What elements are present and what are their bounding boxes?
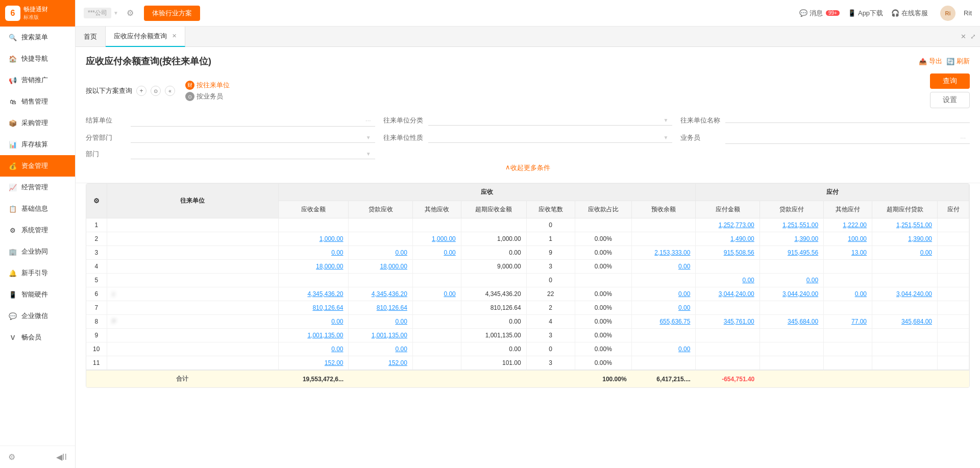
topbar-gear-icon[interactable]: ⚙ [127,8,134,18]
filter-settings-btn[interactable]: 设置 [930,92,970,108]
app-download-button[interactable]: 📱 App下载 [848,9,883,18]
footer-ar-amount[interactable]: 19,553,472,6... [278,370,349,387]
col-ar-count: 应收笔数 [526,201,575,218]
sidebar-item-sales[interactable]: 🛍 销售管理 [0,91,75,112]
scheme-by-partner[interactable]: 财 按往来单位 [185,81,230,90]
partner-category-label: 往来单位分类 [383,116,424,125]
sidebar-item-system[interactable]: ⚙ 系统管理 [0,219,75,241]
sidebar-item-label: 新手引导 [21,268,48,278]
sidebar-bottom: ⚙ ◀II [0,446,75,468]
filter-settings-button[interactable]: ⊙ [151,86,161,96]
message-button[interactable]: 💬 消息 99+ [799,9,840,18]
page-actions: 📤 导出 🔄 刷新 [919,57,970,66]
row-partner [107,356,278,371]
enterprise-icon: 🏢 [8,247,17,256]
row-partner [107,301,278,315]
online-service-button[interactable]: 🎧 在线客服 [891,9,928,18]
row-no: 11 [86,356,107,371]
settlement-unit-input[interactable]: ··· [131,114,375,127]
refresh-button[interactable]: 🔄 刷新 [946,57,970,66]
query-button[interactable]: 查询 [930,73,970,89]
filter-rows: 结算单位 ··· 往来单位分类 ▼ 往来单位名称 [86,114,970,159]
scheme-by-salesperson[interactable]: ⊙ 按业务员 [185,92,230,101]
footer-label: 合计 [86,370,278,387]
sidebar-item-label: 资金管理 [21,161,48,170]
table-settings-icon[interactable]: ⚙ [93,197,100,205]
branch-dept-input[interactable]: ▼ [131,133,375,143]
sidebar-item-wechat[interactable]: 💬 企业微信 [0,305,75,327]
hardware-icon: 📱 [8,290,17,299]
filter-partner-category: 往来单位分类 ▼ [383,115,673,126]
table-row: 9 1,001,135.00 1,001,135.00 1,001,135.00… [86,329,969,342]
salesperson-input[interactable]: ··· [725,132,970,144]
sidebar-item-member[interactable]: V 畅会员 [0,327,75,348]
filter-row-1: 结算单位 ··· 往来单位分类 ▼ 往来单位名称 [86,114,970,127]
table-row: 8 P 0.00 0.00 0.00 4 0.00% 655,636.75 34… [86,315,969,329]
col-settings[interactable]: ⚙ [86,184,107,218]
tab-receivable[interactable]: 应收应付余额查询 ✕ [106,27,185,47]
col-ap-other: 其他应付 [824,201,872,218]
partner-name-input[interactable] [725,118,970,123]
table-wrap[interactable]: ⚙ 往来单位 应收 应付 应收金额 贷款应收 其他应收 超期应收金额 应收笔数 [86,183,970,388]
partner-nature-input[interactable]: ▼ [428,133,673,143]
sidebar-item-inventory[interactable]: 📊 库存核算 [0,134,75,155]
row-no: 2 [86,232,107,246]
col-ap-amount: 应付金额 [696,201,760,218]
tab-home[interactable]: 首页 [76,27,106,47]
sidebar-logo: 6 畅捷通财 标准版 [0,0,75,27]
partner-category-input[interactable]: ▼ [428,115,673,126]
filter-collapse-button[interactable]: « [165,86,175,96]
window-close-icon[interactable]: ✕ [961,33,966,40]
chevron-down-icon-4: ▼ [366,151,371,157]
export-button[interactable]: 📤 导出 [919,57,942,66]
sidebar-item-guide[interactable]: 🔔 新手引导 [0,262,75,284]
table-row: 1 0 1,252,773.00 1,251,551.00 1,222.00 1… [86,218,969,232]
guide-icon: 🔔 [8,268,17,278]
sidebar-item-hardware[interactable]: 📱 智能硬件 [0,284,75,305]
collapse-conditions-button[interactable]: ∧ 收起更多条件 [86,159,970,177]
dept-label: 部门 [86,150,127,159]
table-row: 7 810,126.64 810,126.64 810,126.64 2 0.0… [86,301,969,315]
sidebar-item-label: 经营管理 [21,183,48,192]
window-max-icon[interactable]: ⤢ [970,33,976,40]
dept-input[interactable]: ▼ [131,149,375,159]
collapse-icon[interactable]: ◀II [56,452,67,462]
sidebar-item-search-menu[interactable]: 🔍 搜索菜单 [0,27,75,48]
sidebar-item-enterprise[interactable]: 🏢 企业协同 [0,241,75,262]
sidebar-item-quick-nav[interactable]: 🏠 快捷导航 [0,48,75,69]
sidebar-item-basic[interactable]: 📋 基础信息 [0,198,75,219]
scheme-salesperson-icon: ⊙ [185,92,194,101]
trial-industry-button[interactable]: 体验行业方案 [144,6,200,21]
footer-ar-other [412,370,461,387]
footer-ar-prepay[interactable]: 6,417,215.... [632,370,696,387]
sidebar-item-label: 基础信息 [21,204,48,213]
username: Rit [964,9,972,17]
sidebar-item-operation[interactable]: 📈 经营管理 [0,177,75,198]
col-ap-col: 应付 [938,201,969,218]
row-partner [107,218,278,232]
btn-group: 查询 设置 [930,73,970,108]
app-icon: 📱 [848,9,856,17]
breadcrumb: ***公司 ▼ [84,8,118,18]
sidebar-item-finance[interactable]: 💰 资金管理 [0,155,75,177]
table-row: 3 0.00 0.00 0.00 0.00 9 0.00% 2,153,333.… [86,246,969,260]
page-header: 应收应付余额查询(按往来单位) 📤 导出 🔄 刷新 [76,47,980,73]
chevron-down-icon-2: ▼ [366,135,371,140]
sidebar-item-purchase[interactable]: 📦 采购管理 [0,112,75,134]
footer-ar-loan [349,370,412,387]
table-row: 5 0 0.00 0.00 [86,274,969,287]
avatar[interactable]: Ri [940,6,955,21]
partner-nature-label: 往来单位性质 [383,133,424,142]
chevron-up-icon: ∧ [505,163,510,173]
settings-bottom-icon[interactable]: ⚙ [8,452,15,462]
filter-dept: 部门 ▼ [86,149,375,159]
filter-add-button[interactable]: + [136,86,146,96]
col-payable-group: 应付 [696,184,969,201]
finance-icon: 💰 [8,161,17,170]
row-no: 5 [86,274,107,287]
row-no: 6 [86,287,107,301]
search-menu-icon: 🔍 [8,33,17,42]
filter-salesperson: 业务员 ··· [680,132,970,144]
sidebar-item-marketing[interactable]: 📢 营销推广 [0,69,75,91]
tab-close-icon[interactable]: ✕ [172,33,177,39]
